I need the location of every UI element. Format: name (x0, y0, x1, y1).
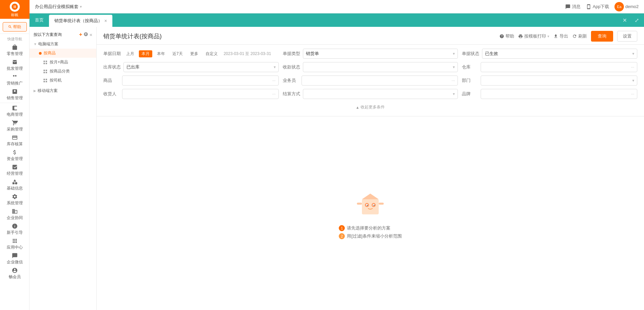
page-title: 销货单统计表(按商品) (103, 32, 162, 40)
filter-doc-type-field: 单据类型 销货单 (283, 49, 458, 59)
filter-warehouse-input[interactable]: ··· (481, 62, 637, 72)
app-download-button[interactable]: App下载 (586, 4, 609, 10)
tab-fullscreen-button[interactable]: ⤢ (632, 15, 641, 25)
filter-brand-field: 品牌 ··· (462, 89, 637, 99)
date-tab-custom[interactable]: 自定义 (203, 50, 220, 57)
sidebar-item-retail-label: 零售管理 (7, 51, 23, 57)
sidebar-item-wholesale[interactable]: 批发管理 (0, 58, 29, 72)
tree-item-by-product-label: 按商品 (44, 50, 56, 56)
date-tab-last-month[interactable]: 上月 (123, 50, 137, 57)
tree-group-mobile-text: 移动端方案 (38, 88, 58, 94)
date-tab-this-year[interactable]: 本年 (154, 50, 168, 57)
settings-button[interactable]: 设置 (617, 31, 637, 42)
svg-rect-11 (46, 81, 47, 82)
sidebar-item-marketing[interactable]: 营销推广 (0, 72, 29, 87)
filter-department-input[interactable] (481, 75, 637, 86)
edit-scheme-button[interactable] (84, 32, 88, 38)
tree-group-mobile-label[interactable]: ▶ 移动端方案 (30, 86, 96, 95)
help-button[interactable]: 帮助 (499, 33, 514, 39)
sidebar-item-corp[interactable]: 企业协同 (0, 207, 29, 222)
sidebar-item-ecommerce[interactable]: 电商管理 (0, 104, 29, 118)
filter-payment-status-field: 收款状态 (283, 62, 458, 72)
user-profile[interactable]: Ea demo2 (614, 2, 639, 11)
tab-home[interactable]: 首页 (30, 13, 49, 27)
search-menu-button[interactable]: 帮助 (3, 22, 27, 32)
sidebar-item-system[interactable]: 系统管理 (0, 192, 29, 207)
sidebar-item-corpwechat[interactable]: 企业微信 (0, 251, 29, 266)
empty-step-1: 1 请先选择要分析的方案 (339, 225, 401, 231)
filter-row-1: 单据日期 上月 本月 本年 近7天 更多 自定义 2023-03-01 至 20… (103, 49, 637, 59)
filter-doc-status-input[interactable]: 已生效 (482, 49, 637, 59)
filter-department-label: 部门 (462, 78, 478, 84)
tab-close-button[interactable]: × (104, 18, 107, 23)
tree-item-by-month-product[interactable]: 按月+商品 (30, 58, 96, 67)
sidebar-item-system-label: 系统管理 (7, 200, 23, 206)
collapse-conditions-bar[interactable]: ▲ 收起更多条件 (103, 102, 637, 112)
search-menu-label: 帮助 (13, 24, 21, 30)
left-panel-actions: + « (79, 32, 92, 38)
svg-rect-12 (362, 199, 379, 214)
tree-item-by-company[interactable]: 按司机 (30, 76, 96, 85)
svg-rect-3 (46, 63, 47, 64)
step-1-num: 1 (339, 225, 345, 231)
left-panel-title: 按以下方案查询 (34, 32, 62, 38)
date-tab-more[interactable]: 更多 (187, 50, 201, 57)
filter-brand-input[interactable]: ··· (481, 89, 637, 99)
svg-point-18 (367, 205, 368, 206)
tree-item-by-product[interactable]: 按商品 (30, 49, 96, 58)
logo-icon (10, 2, 20, 12)
filter-payment-status-input[interactable] (303, 62, 458, 72)
tree-group-desktop: ▼ 电脑端方案 按商品 按月+商品 按商品分类 按司机 (30, 40, 96, 86)
sidebar-item-member[interactable]: 畅会员 (0, 266, 29, 281)
tree-group-desktop-label[interactable]: ▼ 电脑端方案 (30, 40, 96, 49)
main-area: 办公用品行业模拟账套 消息 App下载 Ea demo2 首页 (30, 0, 644, 310)
refresh-button[interactable]: 刷新 (572, 33, 587, 39)
filter-receiver-field: 收货人 ··· (103, 89, 279, 99)
filter-out-status-input[interactable]: 已出库 (123, 62, 279, 72)
sidebar-item-purchase[interactable]: 采购管理 (0, 118, 29, 133)
tree-item-by-product-category[interactable]: 按商品分类 (30, 67, 96, 76)
filter-receiver-input[interactable]: ··· (122, 89, 279, 99)
sidebar-item-inventory[interactable]: 库存核算 (0, 133, 29, 148)
sidebar-item-basic[interactable]: 基础信息 (0, 177, 29, 192)
add-scheme-button[interactable]: + (79, 32, 82, 38)
filter-salesperson-field: 业务员 ··· (283, 75, 458, 86)
sidebar-item-finance[interactable]: 资金管理 (0, 148, 29, 163)
template-print-chevron (547, 34, 549, 39)
tab-sales-stat-label: 销货单统计表（按商品） (54, 18, 102, 24)
filter-doc-type-input[interactable]: 销货单 (303, 49, 458, 59)
filter-product-label: 商品 (103, 78, 119, 84)
collapse-panel-button[interactable]: « (90, 32, 92, 37)
filter-salesperson-label: 业务员 (283, 78, 299, 84)
date-tab-7days[interactable]: 近7天 (170, 50, 185, 57)
filter-out-status-value: 已出库 (126, 64, 140, 70)
filter-payment-method-chevron (453, 92, 455, 96)
filter-salesperson-more: ··· (451, 78, 455, 83)
svg-rect-8 (44, 79, 45, 80)
app-download-label: App下载 (593, 4, 609, 10)
sidebar-item-retail[interactable]: 零售管理 (0, 43, 29, 58)
sidebar-item-operations[interactable]: 经营管理 (0, 163, 29, 177)
date-tab-this-month[interactable]: 本月 (139, 50, 152, 57)
filter-brand-more: ··· (631, 92, 634, 96)
tab-sales-stat[interactable]: 销货单统计表（按商品） × (49, 15, 112, 27)
sidebar-item-wholesale-label: 批发管理 (7, 66, 23, 71)
query-button[interactable]: 查询 (591, 31, 613, 42)
app-title-dropdown[interactable]: 办公用品行业模拟账套 (35, 4, 82, 10)
filter-payment-method-input[interactable] (303, 89, 458, 99)
filter-salesperson-input[interactable]: ··· (302, 75, 458, 86)
export-button[interactable]: 导出 (553, 33, 568, 39)
message-button[interactable]: 消息 (565, 4, 581, 10)
divider-1 (0, 103, 20, 103)
tab-close-window-button[interactable]: ✕ (620, 15, 629, 25)
filter-doc-status-value: 已生效 (485, 51, 498, 57)
sidebar-item-appcenter[interactable]: 应用中心 (0, 237, 29, 251)
template-print-button[interactable]: 按模板打印 (518, 33, 549, 39)
sidebar-item-corpwechat-label: 企业微信 (7, 259, 23, 265)
filter-receiver-label: 收货人 (103, 91, 119, 97)
avatar-text: Ea (617, 5, 622, 9)
tab-bar: 首页 销货单统计表（按商品） × ✕ ⤢ (30, 13, 644, 27)
filter-product-input[interactable]: ··· (122, 75, 279, 86)
sidebar-item-sales[interactable]: 销售管理 (0, 87, 29, 102)
sidebar-item-onboarding[interactable]: 新手引导 (0, 222, 29, 237)
